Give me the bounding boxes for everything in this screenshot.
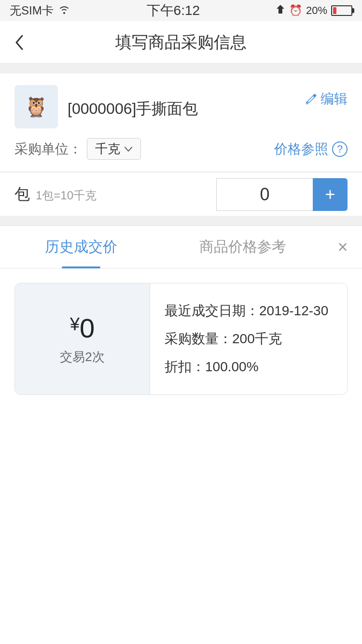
nav-bar: 填写商品采购信息 [0, 21, 362, 64]
recent-date-row: 最近成交日期：2019-12-30 [165, 301, 333, 321]
product-section: 🦉 [0000006]手撕面包 编辑 采购单位： 千克 [0, 73, 362, 171]
status-time: 下午6:12 [147, 1, 200, 20]
quantity-unit: 包 [14, 184, 30, 205]
quantity-row: 采购数量：200千克 [165, 329, 333, 349]
carrier-text: 无SIM卡 [10, 3, 54, 18]
unit-select[interactable]: 千克 [87, 138, 141, 160]
recent-date-label: 最近成交日期： [165, 303, 259, 318]
unit-label: 采购单位： [14, 140, 82, 158]
battery-icon [331, 5, 352, 16]
tab-product-price-ref[interactable]: 商品价格参考 [162, 226, 323, 268]
price-ref-icon: ? [332, 141, 348, 157]
qty-detail-label: 采购数量： [165, 331, 232, 346]
status-left: 无SIM卡 [10, 3, 71, 18]
quantity-plus-button[interactable]: + [313, 178, 348, 211]
discount-value: 100.00% [205, 359, 259, 374]
product-header: 🦉 [0000006]手撕面包 编辑 [14, 85, 348, 128]
page-title: 填写商品采购信息 [115, 31, 247, 54]
tabs-header: 历史成交价 商品价格参考 × [0, 226, 362, 268]
quantity-input-wrap: 0 + [216, 178, 348, 211]
unit-row: 采购单位： 千克 价格参照 ? [14, 138, 348, 160]
svg-point-0 [63, 12, 65, 14]
wifi-icon [57, 4, 71, 17]
price-reference-button[interactable]: 价格参照 ? [274, 140, 348, 158]
product-name: [0000006]手撕面包 [68, 94, 198, 120]
price-symbol: ¥ [70, 314, 80, 334]
trade-count: 交易2次 [60, 349, 104, 365]
alarm-icon: ⏰ [289, 4, 302, 17]
edit-button[interactable]: 编辑 [305, 85, 348, 108]
quantity-label: 包 1包=10千克 [14, 184, 97, 205]
quantity-subtext: 1包=10千克 [36, 188, 97, 203]
status-right: ⏰ 20% [276, 4, 352, 17]
back-button[interactable] [0, 21, 39, 64]
discount-row: 折扣：100.00% [165, 357, 333, 377]
history-content: ¥0 交易2次 最近成交日期：2019-12-30 采购数量：200千克 折扣：… [0, 268, 362, 409]
history-detail-side: 最近成交日期：2019-12-30 采购数量：200千克 折扣：100.00% [150, 283, 347, 394]
tab-close-button[interactable]: × [323, 226, 362, 268]
quantity-section: 包 1包=10千克 0 + [0, 172, 362, 216]
product-logo-icon: 🦉 [24, 96, 48, 118]
discount-label: 折扣： [165, 359, 205, 374]
history-card: ¥0 交易2次 最近成交日期：2019-12-30 采购数量：200千克 折扣：… [14, 283, 348, 395]
tab-history-price[interactable]: 历史成交价 [0, 226, 162, 268]
qty-detail-value: 200千克 [232, 331, 282, 346]
product-left: 🦉 [0000006]手撕面包 [14, 85, 198, 128]
quantity-input[interactable]: 0 [216, 178, 313, 211]
battery-percent: 20% [306, 4, 327, 17]
product-thumbnail: 🦉 [14, 85, 58, 128]
status-bar: 无SIM卡 下午6:12 ⏰ 20% [0, 0, 362, 21]
location-icon [276, 4, 285, 17]
history-price-value: ¥0 [70, 312, 95, 344]
page-rest [0, 409, 362, 644]
recent-date-value: 2019-12-30 [259, 303, 328, 318]
tabs-section: 历史成交价 商品价格参考 × ¥0 交易2次 最近成交日期：2019-12-30… [0, 225, 362, 644]
history-price-side: ¥0 交易2次 [15, 283, 150, 394]
